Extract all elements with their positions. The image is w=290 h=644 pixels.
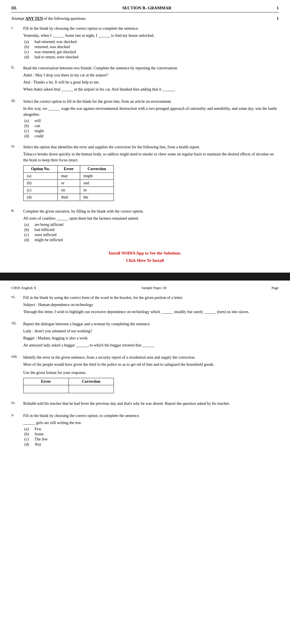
q-v-num: v. — [11, 208, 23, 243]
opt-c-text: might — [35, 129, 44, 133]
page-1: III. SECTION B- GRAMMAR 1 Attempt ANY TE… — [0, 0, 290, 273]
list-item: (d) had to return, were shocked — [23, 55, 279, 59]
list-item: (c) were inflicted — [23, 233, 279, 237]
error-cell — [24, 385, 69, 393]
q-iv-content: Select the option that identifies the er… — [23, 144, 279, 203]
table-row — [24, 385, 114, 393]
q-ii-line2: Atul : Thanks a lot. It will be a great … — [23, 79, 279, 85]
col-option-no: Option No. — [24, 166, 58, 173]
q-iii-content: Select the correct option to fill in the… — [23, 99, 279, 139]
table-cell: (b) — [24, 180, 58, 187]
list-item: (c) was returned, got shocked — [23, 50, 279, 54]
question-ii: ii. Read the conversation between two fr… — [11, 65, 279, 93]
opt-d-label: (d) — [24, 55, 35, 59]
q-ii-line3: When Ankit asked Atul ______ at the airp… — [23, 86, 279, 92]
table-cell: the — [80, 194, 114, 201]
question-v-row: v. Complete the given narrative, by fill… — [11, 208, 279, 243]
page-divider — [0, 273, 290, 281]
table-cell: in — [80, 187, 114, 194]
list-item: (b) had inflicted — [23, 228, 279, 232]
q-vii-num: vii. — [11, 321, 23, 349]
page-header: III. SECTION B- GRAMMAR 1 — [11, 6, 279, 12]
install-line1[interactable]: Install NODIA App to See the Solutions. — [11, 250, 279, 257]
question-iv-row: iv. Select the option that identifies th… — [11, 144, 279, 203]
opt-d-text: could — [35, 134, 43, 138]
list-item: (d) might be inflicted — [23, 238, 279, 242]
question-ix: ix. Rishabh told his teacher that he had… — [11, 401, 279, 408]
attempt-text-prefix: Attempt — [11, 16, 25, 21]
opt-d-label: (d) — [24, 134, 35, 138]
q-iii-options: (a) will (b) can (c) might (d) could — [23, 119, 279, 138]
question-iv: iv. Select the option that identifies th… — [11, 144, 279, 203]
q-vi-content: Fill in the blank by using the correct f… — [23, 295, 279, 316]
list-item: (d) Any — [23, 442, 279, 447]
table-row: (b)orand — [24, 180, 114, 187]
question-iii: iii. Select the correct option to fill i… — [11, 99, 279, 139]
q-x-options: (a) Few (b) Some (c) The few (d) Any — [23, 427, 279, 447]
table-cell: (d) — [24, 194, 58, 201]
opt-a-text: will — [35, 119, 41, 123]
opt-c-text: The few — [35, 437, 48, 442]
opt-a-text: Few — [35, 427, 41, 431]
opt-a-label: (a) — [24, 119, 35, 123]
q-ii-intro: Read the conversation between two friend… — [23, 65, 279, 71]
q-i-options: (a) had returned, was shocked (b) return… — [23, 40, 279, 59]
q-v-options: (a) are being inflicted (b) had inflicte… — [23, 222, 279, 242]
q-i-intro: Fill in the blank by choosing the correc… — [23, 25, 279, 31]
table-cell: (c) — [24, 187, 58, 194]
q-viii-sentence: Most of the people would have given the … — [23, 361, 279, 367]
p2-right: Page — [272, 286, 279, 290]
q-ii-line1: Ankit : May I drop you there in my car a… — [23, 72, 279, 78]
q-x-intro: Fill in the blank by choosing the correc… — [23, 413, 279, 419]
opt-a-text: had returned, was shocked — [35, 40, 77, 44]
list-item: (b) returned, was shocked — [23, 45, 279, 49]
table-header-row: Option No. Error Correction — [24, 166, 114, 173]
question-iii-row: iii. Select the correct option to fill i… — [11, 99, 279, 139]
opt-b-text: can — [35, 124, 40, 128]
q-iv-sentence: Tobacco breaks down quickly in the human… — [23, 151, 279, 163]
col-correction: Correction — [69, 378, 114, 385]
table-row: (d)theirthe — [24, 194, 114, 201]
install-banner[interactable]: Install NODIA App to See the Solutions. … — [11, 250, 279, 264]
page-number: 1 — [277, 6, 279, 10]
list-item: (a) had returned, was shocked — [23, 40, 279, 44]
question-ii-row: ii. Read the conversation between two fr… — [11, 65, 279, 93]
table-row: (c)onin — [24, 187, 114, 194]
q-ix-num: ix. — [11, 401, 23, 408]
opt-d-text: Any — [35, 442, 41, 447]
section-title: SECTION B- GRAMMAR — [17, 6, 277, 10]
table-header-row: Error Correction — [24, 378, 114, 385]
q-x-content: Fill in the blank by choosing the correc… — [23, 413, 279, 447]
q-i-content: Fill in the blank by choosing the correc… — [23, 25, 279, 60]
table-cell: their — [57, 194, 80, 201]
attempt-mark: 1 — [277, 16, 279, 21]
install-line2[interactable]: Click Here To Install — [11, 257, 279, 264]
q-iv-intro: Select the option that identifies the er… — [23, 144, 279, 150]
question-vii-row: vii. Report the dialogue between a begga… — [11, 321, 279, 349]
opt-d-label: (d) — [24, 238, 35, 242]
question-vi: vi. Fill in the blank by using the corre… — [11, 295, 279, 316]
q-vii-line3: An annoyed lady asked a beggar ______, t… — [23, 342, 279, 348]
q-vii-line2: Bagger : Madam, begging is also a work. — [23, 335, 279, 341]
opt-c-label: (c) — [24, 50, 35, 54]
opt-d-text: might be inflicted — [35, 238, 63, 242]
page-2: CBSE English X Sample Paper 30 Page vi. … — [0, 281, 290, 458]
list-item: (a) will — [23, 119, 279, 123]
list-item: (b) can — [23, 124, 279, 128]
q-vi-num: vi. — [11, 295, 23, 316]
q-viii-num: viii. — [11, 354, 23, 395]
opt-c-label: (c) — [24, 233, 35, 237]
list-item: (c) The few — [23, 437, 279, 442]
opt-c-text: were inflicted — [35, 233, 56, 237]
q-viii-intro: Identify the error in the given sentence… — [23, 354, 279, 360]
q-ii-content: Read the conversation between two friend… — [23, 65, 279, 93]
opt-a-label: (a) — [24, 40, 35, 44]
list-item: (a) Few — [23, 427, 279, 431]
table-cell: (a) — [24, 173, 58, 180]
q-vi-intro: Fill in the blank by using the correct f… — [23, 295, 279, 301]
q-ii-num: ii. — [11, 65, 23, 93]
opt-d-label: (d) — [24, 442, 35, 447]
table-cell: may — [57, 173, 80, 180]
attempt-line: Attempt ANY TEN of the following questio… — [11, 16, 279, 21]
correction-cell — [69, 385, 114, 393]
